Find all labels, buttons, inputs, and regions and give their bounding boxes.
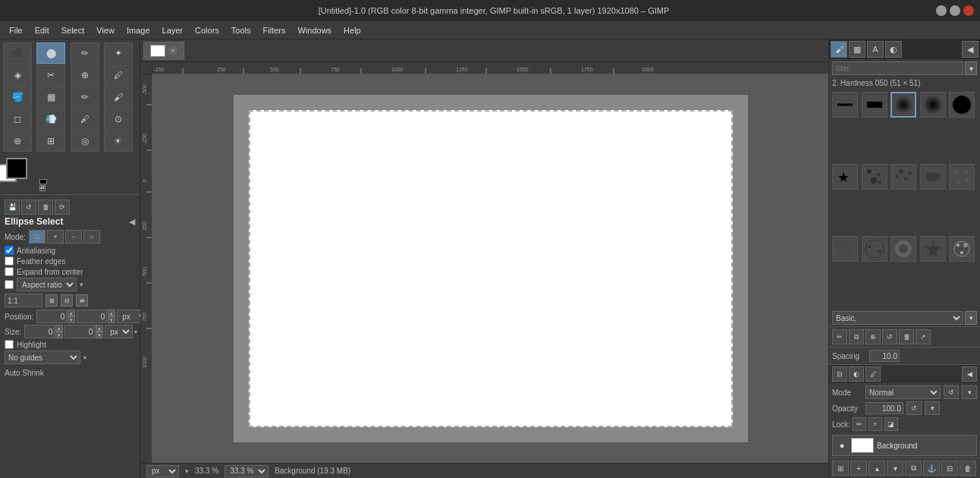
ratio-icon[interactable]: ⊠ bbox=[46, 294, 58, 307]
layer-opacity-input[interactable] bbox=[865, 402, 903, 414]
swap-colors-icon[interactable]: ⇄ bbox=[39, 185, 46, 191]
fixed-select[interactable]: Aspect ratio Width Height Size bbox=[17, 278, 77, 291]
tool-paths[interactable]: 🖊 bbox=[104, 64, 133, 86]
brush-item-1[interactable] bbox=[832, 92, 858, 118]
menu-help[interactable]: Help bbox=[338, 24, 367, 36]
layer-mode-select[interactable]: Normal Multiply Screen bbox=[865, 385, 941, 399]
tool-ink[interactable]: 🖋 bbox=[71, 108, 99, 130]
brush-preset-select[interactable]: Basic, Classic Sketch bbox=[832, 311, 963, 325]
size-x-up[interactable]: ▴ bbox=[55, 325, 63, 332]
tool-select-by-color[interactable]: ◈ bbox=[3, 64, 32, 86]
brush-item-12[interactable] bbox=[862, 236, 887, 262]
menu-file[interactable]: File bbox=[3, 24, 29, 36]
menu-tools[interactable]: Tools bbox=[225, 24, 257, 36]
brush-item-15[interactable] bbox=[949, 236, 975, 262]
brush-item-5[interactable] bbox=[949, 92, 975, 118]
rp-tab-fonts[interactable]: A bbox=[867, 41, 884, 58]
size-y-input[interactable] bbox=[64, 325, 95, 338]
size-unit[interactable]: px bbox=[105, 325, 133, 338]
mode-btn-new[interactable]: □ bbox=[29, 230, 46, 244]
layer-mode-reset[interactable]: ↺ bbox=[944, 385, 959, 399]
status-unit-select[interactable]: px mm bbox=[146, 465, 179, 477]
raise-layer-btn[interactable]: ▴ bbox=[868, 461, 885, 476]
pos-x-input[interactable] bbox=[36, 310, 67, 323]
preset-arrow[interactable]: ▾ bbox=[965, 311, 977, 325]
tool-blur[interactable]: ◎ bbox=[71, 131, 99, 152]
minimize-button[interactable] bbox=[936, 5, 947, 16]
highlight-checkbox[interactable] bbox=[5, 340, 14, 349]
rp-tab-patterns[interactable]: ▦ bbox=[849, 41, 865, 58]
reset-colors-icon[interactable] bbox=[39, 179, 47, 184]
tool-select-rect[interactable]: ⬛ bbox=[3, 42, 32, 64]
tool-options-restore[interactable]: ↺ bbox=[21, 200, 36, 215]
brush-action-copy[interactable]: ⊕ bbox=[865, 329, 881, 344]
opacity-reset[interactable]: ↺ bbox=[906, 401, 922, 415]
new-layer-btn[interactable]: + bbox=[850, 461, 867, 476]
pos-x-down[interactable]: ▾ bbox=[68, 316, 75, 323]
tool-pencil[interactable]: ✏ bbox=[71, 86, 99, 108]
opacity-history[interactable]: ▾ bbox=[925, 401, 940, 415]
menu-colors[interactable]: Colors bbox=[189, 24, 225, 36]
layer-row[interactable]: ● Background bbox=[832, 435, 977, 456]
tool-gradient[interactable]: ▦ bbox=[36, 86, 65, 108]
spacing-input[interactable] bbox=[869, 350, 900, 362]
mode-btn-subtract[interactable]: − bbox=[65, 230, 82, 244]
tool-paintbrush[interactable]: 🖌 bbox=[104, 86, 133, 108]
rp-tab-gradients[interactable]: ◐ bbox=[885, 41, 902, 58]
tool-foreground-select[interactable]: ⊕ bbox=[71, 64, 99, 86]
lower-layer-btn[interactable]: ▾ bbox=[887, 461, 903, 476]
tool-options-save[interactable]: 💾 bbox=[5, 200, 20, 215]
mode-btn-intersect[interactable]: ∩ bbox=[83, 230, 100, 244]
tool-dodge-burn[interactable]: ☀ bbox=[104, 131, 133, 152]
tab-close-button[interactable]: × bbox=[168, 46, 177, 55]
tool-scissors[interactable]: ✂ bbox=[36, 64, 65, 86]
lock-position-btn[interactable]: + bbox=[868, 417, 882, 431]
brush-item-6[interactable]: ★ bbox=[832, 164, 858, 190]
menu-layer[interactable]: Layer bbox=[156, 24, 190, 36]
pos-y-up[interactable]: ▴ bbox=[108, 310, 115, 316]
document-tab[interactable]: × bbox=[143, 42, 184, 60]
menu-windows[interactable]: Windows bbox=[291, 24, 338, 36]
duplicate-layer-btn[interactable]: ⧉ bbox=[905, 461, 922, 476]
layers-tab-paths[interactable]: 🖊 bbox=[865, 366, 881, 382]
expand-from-center-checkbox[interactable] bbox=[5, 267, 14, 276]
brush-item-2[interactable] bbox=[862, 92, 887, 118]
brush-action-refresh[interactable]: ↺ bbox=[882, 329, 897, 344]
tool-fuzzy-select[interactable]: ✦ bbox=[104, 42, 133, 64]
layer-mode-history[interactable]: ▾ bbox=[962, 385, 977, 399]
brush-item-11[interactable] bbox=[832, 236, 858, 262]
brush-item-14[interactable] bbox=[920, 236, 946, 262]
tool-perspective-clone[interactable]: ⊞ bbox=[36, 131, 65, 152]
tool-options-expand[interactable]: ◀ bbox=[129, 217, 135, 227]
tool-options-delete[interactable]: 🗑 bbox=[38, 200, 53, 215]
size-x-input[interactable] bbox=[24, 325, 55, 338]
tool-heal[interactable]: ⊛ bbox=[3, 131, 32, 152]
fixed-checkbox[interactable] bbox=[5, 280, 14, 289]
size-x-down[interactable]: ▾ bbox=[55, 332, 63, 338]
brush-item-10[interactable] bbox=[949, 164, 975, 190]
tool-paint-bucket[interactable]: 🪣 bbox=[3, 86, 32, 108]
close-button[interactable] bbox=[963, 5, 974, 16]
brush-item-3[interactable] bbox=[890, 92, 916, 118]
menu-view[interactable]: View bbox=[90, 24, 121, 36]
brush-action-export[interactable]: ↗ bbox=[916, 329, 931, 344]
antialiasing-checkbox[interactable] bbox=[5, 246, 14, 255]
brush-action-new[interactable]: ⧉ bbox=[849, 329, 864, 344]
anchor-layer-btn[interactable]: ⚓ bbox=[923, 461, 940, 476]
tool-clone[interactable]: ⊙ bbox=[104, 108, 133, 130]
rp-expand-btn[interactable]: ◀ bbox=[962, 41, 978, 58]
rp-tab-brushes[interactable]: 🖌 bbox=[831, 41, 847, 58]
mode-btn-add[interactable]: + bbox=[47, 230, 64, 244]
ratio-swap-icon[interactable]: ⇄ bbox=[76, 294, 88, 307]
new-layer-group-btn[interactable]: ⊞ bbox=[832, 461, 849, 476]
brush-filter-arrow[interactable]: ▾ bbox=[965, 61, 977, 75]
tool-select-ellipse[interactable]: ⬤ bbox=[36, 42, 65, 64]
maximize-button[interactable] bbox=[950, 5, 960, 16]
delete-layer-btn[interactable]: 🗑 bbox=[960, 461, 976, 476]
foreground-color-swatch[interactable] bbox=[6, 158, 27, 179]
brush-filter-input[interactable] bbox=[832, 61, 963, 75]
feather-edges-checkbox[interactable] bbox=[5, 256, 14, 266]
pos-y-down[interactable]: ▾ bbox=[108, 316, 115, 323]
tool-free-select[interactable]: ✏ bbox=[71, 42, 99, 64]
size-y-up[interactable]: ▴ bbox=[96, 325, 103, 332]
